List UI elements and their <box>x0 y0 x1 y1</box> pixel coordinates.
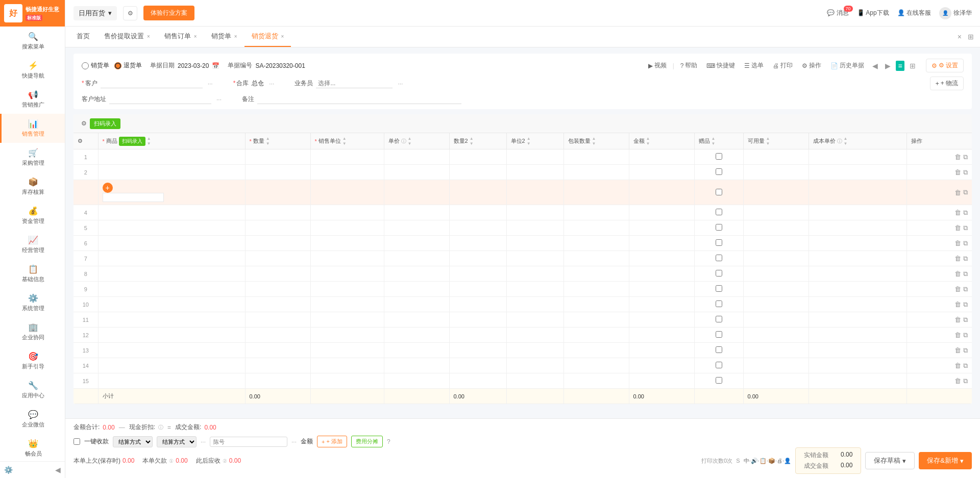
amount-cell[interactable] <box>629 266 694 282</box>
split-button[interactable]: 费用分摊 <box>351 436 383 447</box>
qty-cell[interactable] <box>245 343 310 358</box>
pkg-qty-cell[interactable] <box>564 328 629 343</box>
sidebar-item-wechat[interactable]: 💬 企业微信 <box>0 405 65 434</box>
price-cell[interactable] <box>384 236 449 251</box>
qty2-cell[interactable] <box>449 282 506 297</box>
price-cell[interactable] <box>384 180 449 205</box>
gift-checkbox[interactable] <box>716 224 722 231</box>
amount-cell[interactable] <box>629 328 694 343</box>
unit-cell[interactable] <box>310 328 384 343</box>
sidebar-item-system[interactable]: ⚙️ 系统管理 <box>0 288 65 317</box>
shortcut-action[interactable]: ⌨ 快捷键 <box>703 60 738 71</box>
unit-cell[interactable] <box>310 343 384 358</box>
qty2-cell[interactable] <box>449 251 506 266</box>
qty2-cell[interactable] <box>449 266 506 282</box>
radio-return[interactable]: 退货单 <box>114 61 142 70</box>
price-cell[interactable] <box>384 205 449 220</box>
cost-price-cell[interactable] <box>808 297 906 312</box>
unit-cell[interactable] <box>310 373 384 389</box>
available-cell[interactable] <box>743 205 808 220</box>
pkg-qty-cell[interactable] <box>564 358 629 373</box>
unit-cell[interactable] <box>310 251 384 266</box>
available-cell[interactable] <box>743 180 808 205</box>
sort-qty-icon[interactable]: ▲▼ <box>266 136 270 146</box>
unit2-cell[interactable] <box>506 282 564 297</box>
sidebar-item-appstore[interactable]: 🔧 应用中心 <box>0 375 65 405</box>
available-cell[interactable] <box>743 373 808 389</box>
qty-cell[interactable] <box>245 236 310 251</box>
select-action[interactable]: ☰ 选单 <box>741 60 767 71</box>
add-row-button[interactable]: + + 添加 <box>317 436 347 447</box>
price-cell[interactable] <box>384 149 449 165</box>
amount-cell[interactable] <box>629 297 694 312</box>
pkg-qty-cell[interactable] <box>564 343 629 358</box>
amount-cell[interactable] <box>629 205 694 220</box>
qty-cell[interactable] <box>245 165 310 180</box>
copy-row-button[interactable]: ⧉ <box>963 346 968 355</box>
unit2-cell[interactable] <box>506 149 564 165</box>
qty2-cell[interactable] <box>449 205 506 220</box>
radio-return-input[interactable] <box>114 62 121 69</box>
sidebar-item-shortcut[interactable]: ⚡ 快捷导航 <box>0 56 65 85</box>
nav-prev-button[interactable]: ◀ <box>870 60 880 72</box>
tab-sales-order[interactable]: 销售订单 × <box>157 27 204 47</box>
amount-dots[interactable]: ··· <box>291 438 297 445</box>
cost-price-cell[interactable] <box>808 205 906 220</box>
amount-cell[interactable] <box>629 180 694 205</box>
delete-row-button[interactable]: 🗑 <box>954 377 961 385</box>
price-cell[interactable] <box>384 266 449 282</box>
qty2-cell[interactable] <box>449 373 506 389</box>
sidebar-item-search[interactable]: 🔍 搜索菜单 <box>0 27 65 56</box>
sidebar-item-enterprise[interactable]: 🏢 企业协同 <box>0 317 65 346</box>
amount-cell[interactable] <box>629 358 694 373</box>
save-new-button[interactable]: 保存&新增 ▾ <box>919 452 972 469</box>
delete-row-button[interactable]: 🗑 <box>954 255 961 263</box>
qty2-cell[interactable] <box>449 149 506 165</box>
address-dots[interactable]: ··· <box>216 96 222 103</box>
cost-price-cell[interactable] <box>808 343 906 358</box>
pkg-qty-cell[interactable] <box>564 236 629 251</box>
qty2-cell[interactable] <box>449 297 506 312</box>
scan-input-button[interactable]: 扫码录入 <box>90 118 120 129</box>
copy-row-button[interactable]: ⧉ <box>963 377 968 385</box>
gift-checkbox[interactable] <box>716 300 722 307</box>
tab-close-icon[interactable]: × <box>194 34 197 39</box>
unit2-cell[interactable] <box>506 343 564 358</box>
unit2-cell[interactable] <box>506 236 564 251</box>
sidebar-item-purchase[interactable]: 🛒 采购管理 <box>0 143 65 172</box>
copy-row-button[interactable]: ⧉ <box>963 300 968 309</box>
copy-row-button[interactable]: ⧉ <box>963 188 968 196</box>
scan-button-inline[interactable]: 扫码录入 <box>119 137 145 146</box>
operate-action[interactable]: ⚙ 操作 <box>799 60 824 71</box>
qty2-cell[interactable] <box>449 343 506 358</box>
sidebar-item-finance[interactable]: 💰 资金管理 <box>0 201 65 230</box>
unit-cell[interactable] <box>310 180 384 205</box>
amount-cell[interactable] <box>629 149 694 165</box>
product-cell[interactable] <box>98 220 245 236</box>
gift-checkbox[interactable] <box>716 239 722 246</box>
amount-cell[interactable] <box>629 343 694 358</box>
cost-price-cell[interactable] <box>808 266 906 282</box>
qty-cell[interactable] <box>245 149 310 165</box>
price-cell[interactable] <box>384 373 449 389</box>
one-click-pay-checkbox[interactable] <box>74 438 80 445</box>
table-settings-icon[interactable]: ⚙ <box>78 117 90 130</box>
unit2-cell[interactable] <box>506 220 564 236</box>
unit-cell[interactable] <box>310 220 384 236</box>
copy-row-button[interactable]: ⧉ <box>963 255 968 263</box>
available-cell[interactable] <box>743 282 808 297</box>
radio-delivery[interactable]: 销货单 <box>82 61 109 70</box>
qty-cell[interactable] <box>245 373 310 389</box>
qty2-cell[interactable] <box>449 236 506 251</box>
remark-input[interactable] <box>257 94 461 104</box>
qty2-cell[interactable] <box>449 358 506 373</box>
unit2-cell[interactable] <box>506 165 564 180</box>
account-dots[interactable]: ··· <box>201 438 206 445</box>
qty-cell[interactable] <box>245 328 310 343</box>
topbar-settings-button[interactable]: ⚙ <box>123 6 137 20</box>
unit-cell[interactable] <box>310 266 384 282</box>
product-cell[interactable] <box>98 373 245 389</box>
available-cell[interactable] <box>743 343 808 358</box>
product-cell[interactable] <box>98 312 245 328</box>
pkg-qty-cell[interactable] <box>564 297 629 312</box>
